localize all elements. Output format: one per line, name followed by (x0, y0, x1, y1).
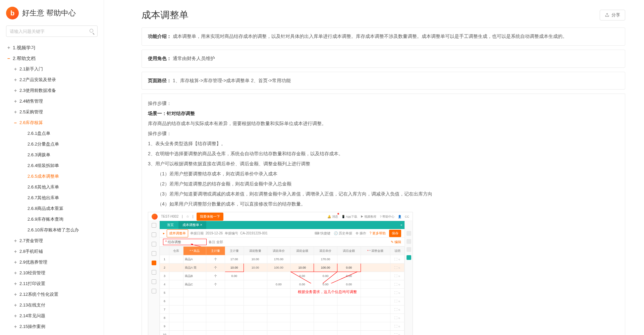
nav-label: 2.6.3调拨单 (28, 150, 50, 160)
nav-item[interactable]: 2.6.3调拨单 (28, 150, 98, 160)
nav-item[interactable]: 2.9优惠券管理 (13, 257, 98, 268)
col-unit1: 主计量 (206, 247, 225, 255)
table-row: 1商品A个 17.0010.00170.00 170.00⛶ ⍉ (160, 255, 405, 264)
nav-item[interactable]: 2.7资金管理 (13, 235, 98, 246)
scenario-heading: 场景一：针对结存调整 (148, 109, 619, 118)
step-3d: （4）如果用户只调整部分数量的成本，可以直接修改带出的结存数量。 (148, 199, 619, 209)
nav-item[interactable]: 2.6.1盘点单 (28, 128, 98, 139)
nav-item[interactable]: 2.6库存核算 (13, 117, 98, 128)
plus-icon (13, 260, 18, 265)
ss-save-button: 保存 (389, 230, 401, 237)
table-row: 8 ⛶ ⍉ (160, 314, 405, 322)
plus-icon (13, 302, 18, 308)
nav-label: 2.13在线支付 (19, 300, 45, 311)
nav-item[interactable]: 2.3使用前数据准备 (13, 85, 98, 96)
steps-title: 操作步骤： (148, 99, 619, 108)
plus-icon (13, 77, 18, 82)
ss-help: ? 帮助中心 (380, 214, 394, 220)
ss-nav-icon (152, 251, 156, 256)
nav-label: 2.6.9库存账本查询 (28, 214, 63, 225)
nav-item[interactable]: 2.6.8商品成本重算 (28, 203, 98, 214)
nav-item[interactable]: 1.视频学习 (6, 42, 98, 53)
table-row: 6 ⛶ ⍉ (160, 297, 405, 305)
nav-item[interactable]: 2.6.6其他入库单 (28, 182, 98, 192)
ss-tab-home: 首页 (163, 221, 178, 229)
col-product: * 商品 (183, 247, 206, 255)
nav-item[interactable]: 2.6.7其他出库单 (28, 192, 98, 203)
nav-label: 2.6.1盘点单 (28, 128, 50, 139)
ss-sidebar (148, 221, 160, 335)
minus-icon (13, 120, 18, 125)
nav-item[interactable]: 2.12系统个性化设置 (13, 289, 98, 300)
nav-label: 2.9优惠券管理 (19, 257, 47, 268)
table-row: 7 ⛶ ⍉ (160, 305, 405, 314)
nav-item[interactable]: 2.11打印设置 (13, 278, 98, 289)
col-qty-before: 调前数量 (244, 247, 267, 255)
step-1: 1、表头业务类型选择【结存调整】。 (148, 139, 619, 148)
ss-crumb-chip: 成本调整单 (167, 229, 188, 237)
nav-item[interactable]: 2.2产品安装及登录 (13, 74, 98, 85)
sidebar: b 好生意 帮助中心 1.视频学习2.帮助文档2.1新手入门2.2产品安装及登录… (0, 0, 104, 335)
step-3: 3、用户可以根据调整依据直接在调后单价、调后金额、调整金额列上进行调整 (148, 159, 619, 168)
rail-icon (407, 231, 411, 236)
ss-org: TEST-H002 (161, 213, 178, 220)
nav-item[interactable]: 2.1新手入门 (13, 64, 98, 74)
ss-code-label: 单据编号 (225, 230, 238, 237)
nav-label: 2.11打印设置 (19, 278, 45, 289)
rail-icon (407, 239, 411, 244)
nav-item[interactable]: 2.6.2分量盘点单 (28, 139, 98, 150)
nav-tree: 1.视频学习2.帮助文档2.1新手入门2.2产品安装及登录2.3使用前数据准备2… (6, 42, 98, 332)
step-3c: （3）若用户知道要调增或调减的成本差值，则在调整金额中录入差值，调增录入正值，记… (148, 189, 619, 199)
close-icon: × (400, 221, 402, 229)
ss-ops: 操作 (360, 231, 366, 235)
nav-item[interactable]: 2.8手机旺铺 (13, 246, 98, 257)
minus-icon (6, 56, 11, 61)
nav-label: 2.6库存核算 (19, 117, 43, 128)
nav-item[interactable]: 2.13在线支付 (13, 300, 98, 311)
role-box: 使用角色：通常由财务人员维护 (142, 50, 625, 68)
plus-icon (13, 281, 18, 286)
nav-item[interactable]: 2.帮助文档 (6, 53, 98, 64)
role-text: 通常由财务人员维护 (173, 56, 215, 61)
intro-text: 成本调整单，用来实现对商品结存成本的调整，以及针对具体的出入库单进行成本调整。库… (173, 34, 567, 39)
nav-item[interactable]: 2.6.10库存账本错了怎么办 (28, 225, 98, 235)
nav-item[interactable]: 2.5采购管理 (13, 107, 98, 117)
nav-item[interactable]: 2.14常见问题 (13, 311, 98, 321)
ss-app: 📱 App下载 (341, 214, 357, 220)
nav-label: 2.12系统个性化设置 (19, 289, 58, 300)
ss-user: CC (405, 214, 409, 220)
nav-item[interactable]: 2.15操作案例 (13, 321, 98, 332)
share-label: 分享 (611, 12, 620, 18)
ss-biztype-dropdown: * 结存调整 (163, 239, 207, 245)
nav-label: 2.6.10库存账本错了怎么办 (28, 225, 79, 235)
rail-icon (407, 247, 411, 252)
nav-label: 2.帮助文档 (13, 53, 36, 64)
share-button[interactable]: 分享 (600, 10, 625, 20)
page-title: 成本调整单 (142, 9, 189, 21)
nav-item[interactable]: 2.10经营管理 (13, 268, 98, 278)
steps-subtitle: 操作步骤： (148, 129, 619, 138)
search-input[interactable] (6, 25, 98, 37)
col-warehouse: 仓库 (169, 247, 183, 255)
ss-logo-icon (152, 214, 158, 220)
nav-item[interactable]: 2.6.5成本调整单 (28, 171, 98, 182)
ss-filter-row: * 结存调整 备注 全部 ✎ 编辑 结存调整 (160, 238, 405, 246)
svg-line-4 (327, 272, 358, 283)
nav-label: 2.6.8商品成本重算 (28, 203, 63, 214)
nav-item[interactable]: 2.4销售管理 (13, 96, 98, 107)
ss-topbar: TEST-H002 | ☆ | 我要体验一下 🔔 消息 📱 App下载 ▶ 视频… (148, 212, 413, 221)
table-row: 9 ⛶ ⍉ (160, 322, 405, 331)
step-3a: （1）若用户想要调整结存成本，则在调后单价中录入成本 (148, 169, 619, 178)
search-icon[interactable] (90, 29, 94, 34)
nav-item[interactable]: 2.6.4组装拆卸单 (28, 160, 98, 171)
bell-icon: 🔔 消息 (327, 214, 338, 220)
share-icon (605, 13, 609, 17)
plus-icon (13, 99, 18, 104)
plus-icon (6, 45, 11, 50)
nav-label: 1.视频学习 (13, 42, 36, 53)
nav-item[interactable]: 2.6.9库存账本查询 (28, 214, 98, 225)
col-amt-before: 调前金额 (290, 247, 314, 255)
ss-nav-icon (152, 232, 156, 237)
col-unit2: 主计量 (225, 247, 244, 255)
nav-label: 2.6.2分量盘点单 (28, 139, 59, 150)
